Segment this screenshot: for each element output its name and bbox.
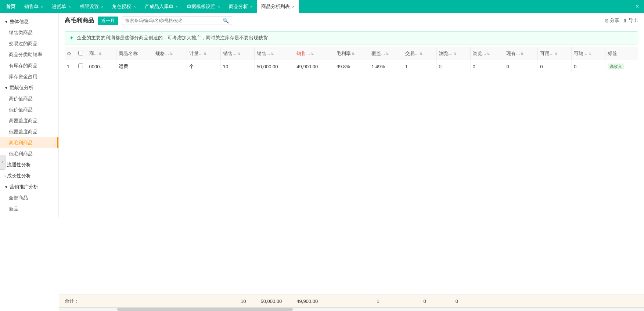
nav-tab-product-in[interactable]: 产成品入库单 × — [140, 0, 182, 13]
sidebar-group-flow[interactable]: › 流通性分析 — [0, 159, 58, 170]
sidebar-item-high-coverage[interactable]: 高覆盖度商品 — [0, 115, 58, 126]
col-coverage: 覆盖...⇅ — [369, 47, 403, 60]
sort-icon-sellable-stock[interactable]: ⇅ — [588, 52, 591, 56]
share-button[interactable]: ⎘ 分享 — [605, 17, 619, 24]
time-filter-button[interactable]: 近一月 — [98, 17, 118, 25]
col-spec: 规格...⇅ — [153, 47, 187, 60]
sidebar-item-all-goods[interactable]: 全部商品 — [0, 192, 58, 203]
nav-tab-purchase[interactable]: 进货单 × — [47, 0, 75, 13]
sidebar-item-new-goods[interactable]: 新品 — [0, 203, 58, 214]
sidebar-collapse-button[interactable]: « — [0, 155, 6, 170]
footer-label: 合计： — [65, 298, 79, 304]
sort-icon-sales-profit[interactable]: ⇅ — [311, 52, 314, 56]
sidebar: ▼ 整体信息 销售类商品 交易过的商品 商品分类助销率 有库存的商品 库存资金占… — [0, 13, 59, 217]
sort-icon-spec[interactable]: ⇅ — [170, 52, 173, 56]
col-sales-profit: 销售...⇅ — [294, 47, 334, 60]
table-row: 1 0000... 运费 个 10 50,000.00 49,900.00 99… — [65, 60, 638, 73]
nav-tab-home[interactable]: 首页 — [1, 0, 20, 13]
info-banner-text: 企业的主要的利润都是这部分商品创造的，可考虑加大推广，同时关注库存是不要出现缺货 — [77, 35, 268, 41]
cell-code: 0000... — [87, 60, 116, 73]
cell-transactions: 1 — [403, 60, 436, 73]
col-name: 商品名称 — [116, 47, 153, 60]
sidebar-item-low-margin[interactable]: 低毛利商品 — [0, 148, 58, 159]
col-sales-amount: 销售...⇅ — [254, 47, 294, 60]
arrow-marketing: ▼ — [4, 185, 8, 189]
footer-sales-profit: 49,900.00 — [296, 299, 318, 304]
search-input[interactable] — [125, 18, 223, 23]
col-current-stock: 现有...⇅ — [504, 47, 538, 60]
scrollbar-thumb — [117, 308, 293, 311]
col-sales-qty: 销售...⇅ — [220, 47, 254, 60]
sidebar-group-overall[interactable]: ▼ 整体信息 — [0, 16, 58, 27]
sort-icon-sales-amount[interactable]: ⇅ — [271, 52, 274, 56]
cell-checkbox[interactable] — [76, 60, 87, 73]
nav-tab-permission[interactable]: 权限设置 × — [75, 0, 108, 13]
cell-sales-qty: 10 — [220, 60, 254, 73]
sidebar-item-low-value[interactable]: 低价值商品 — [0, 104, 58, 115]
sort-icon-coverage[interactable]: ⇅ — [386, 52, 389, 56]
sort-icon-transactions[interactable]: ⇅ — [420, 52, 422, 56]
close-analysis-list-tab[interactable]: × — [292, 4, 294, 9]
cell-tag: 高收入 — [605, 60, 638, 73]
col-settings[interactable]: ⚙ — [65, 47, 76, 60]
close-all-button[interactable]: × — [632, 3, 643, 10]
content-area: 高毛利商品 近一月 🔍 ⎘ 分享 ⬆ 导出 ✦ 企业的主要的利润都是这部分商品创… — [59, 13, 644, 311]
cell-coverage: 1.49% — [369, 60, 403, 73]
close-template-tab[interactable]: × — [217, 4, 220, 9]
sort-icon-views2[interactable]: ⇅ — [487, 52, 490, 56]
sort-icon-views1[interactable]: ⇅ — [453, 52, 456, 56]
footer-summary: 合计： 10 50,000.00 49,900.00 1 0 0 — [59, 294, 644, 307]
close-purchase-tab[interactable]: × — [68, 4, 71, 9]
export-button[interactable]: ⬆ 导出 — [623, 17, 638, 24]
sidebar-item-category-assist[interactable]: 商品分类助销率 — [0, 49, 58, 60]
search-icon[interactable]: 🔍 — [223, 18, 229, 23]
row-checkbox[interactable] — [78, 64, 83, 68]
export-icon: ⬆ — [623, 18, 627, 23]
sidebar-group-growth[interactable]: › 成长性分析 — [0, 170, 58, 181]
cell-available-stock: 0 — [538, 60, 572, 73]
info-banner: ✦ 企业的主要的利润都是这部分商品创造的，可考虑加大推广，同时关注库存是不要出现… — [65, 31, 638, 44]
sidebar-item-high-margin[interactable]: 高毛利商品 — [0, 137, 58, 148]
search-input-wrap: 🔍 — [122, 16, 232, 25]
cell-unit: 个 — [187, 60, 221, 73]
cell-sales-amount: 50,000.00 — [254, 60, 294, 73]
cell-name: 运费 — [116, 60, 153, 73]
col-available-stock: 可用...⇅ — [538, 47, 572, 60]
sidebar-item-low-coverage[interactable]: 低覆盖度商品 — [0, 126, 58, 137]
sidebar-item-high-value[interactable]: 高价值商品 — [0, 93, 58, 104]
close-sales-tab[interactable]: × — [41, 4, 43, 9]
cell-spec — [153, 60, 187, 73]
sort-icon-gross-rate[interactable]: ⇅ — [352, 52, 355, 56]
sort-icon-available-stock[interactable]: ⇅ — [554, 52, 557, 56]
col-unit: 计量...⇅ — [187, 47, 221, 60]
footer-transactions: 1 — [377, 299, 379, 304]
close-permission-tab[interactable]: × — [101, 4, 103, 9]
sort-icon-unit[interactable]: ⇅ — [204, 52, 206, 56]
sidebar-item-in-stock[interactable]: 有库存的商品 — [0, 60, 58, 71]
nav-tab-analysis-list[interactable]: 商品分析列表 × — [257, 0, 299, 13]
table-container: ⚙ 商...⇅ 商品名称 规格...⇅ 计量...⇅ 销售...⇅ 销售...⇅… — [59, 47, 644, 294]
share-icon: ⎘ — [605, 18, 608, 23]
sidebar-item-stock-capital[interactable]: 库存资金占用 — [0, 71, 58, 82]
select-all-checkbox[interactable] — [78, 51, 83, 55]
col-checkbox[interactable] — [76, 47, 87, 60]
sidebar-group-marketing[interactable]: ▼ 营销推广分析 — [0, 181, 58, 192]
sidebar-group-contribution[interactable]: ▼ 贡献值分析 — [0, 82, 58, 93]
sort-icon-code[interactable]: ⇅ — [98, 52, 101, 56]
sidebar-item-traded-goods[interactable]: 交易过的商品 — [0, 38, 58, 49]
sidebar-item-sales-goods[interactable]: 销售类商品 — [0, 27, 58, 38]
close-product-in-tab[interactable]: × — [176, 4, 178, 9]
nav-tab-template[interactable]: 单据模板设置 × — [182, 0, 224, 13]
cell-gross-rate: 99.8% — [334, 60, 369, 73]
nav-tab-analysis[interactable]: 商品分析 × — [224, 0, 257, 13]
bottom-scrollbar[interactable] — [59, 307, 644, 311]
close-role-tab[interactable]: × — [133, 4, 136, 9]
arrow-growth: › — [4, 174, 6, 178]
nav-tab-role[interactable]: 角色授权 × — [108, 0, 140, 13]
sort-icon-current-stock[interactable]: ⇅ — [521, 52, 524, 56]
cell-views1[interactable]: 0 — [436, 60, 470, 73]
close-analysis-tab[interactable]: × — [250, 4, 252, 9]
cell-sales-profit: 49,900.00 — [294, 60, 334, 73]
nav-tab-sales[interactable]: 销售单 × — [20, 0, 47, 13]
sort-icon-sales-qty[interactable]: ⇅ — [237, 52, 240, 56]
